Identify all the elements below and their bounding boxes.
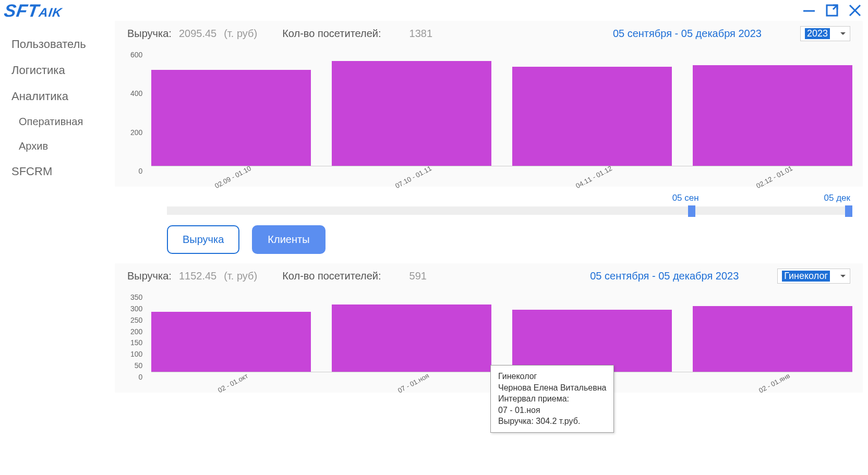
toggle-clients-button[interactable]: Клиенты — [252, 225, 325, 254]
bar[interactable] — [151, 312, 311, 372]
visitors-value: 1381 — [409, 28, 433, 40]
bar[interactable] — [512, 310, 672, 372]
chevron-down-icon — [840, 32, 846, 35]
tooltip-interval-label: Интервал приема: — [498, 393, 606, 405]
y-tick: 250 — [130, 316, 146, 324]
date-range-2: 05 сентября - 05 декабря 2023 — [590, 270, 739, 282]
tooltip-revenue: Выручка: 304.2 т.руб. — [498, 416, 606, 427]
specialty-value: Гинеколог — [782, 271, 830, 282]
chart-2: 350300250200150100500 02 - 01.окт07 - 01… — [115, 289, 863, 393]
range-start-label: 05 сен — [672, 193, 699, 203]
y-tick: 100 — [130, 350, 146, 358]
revenue-value: 2095.45 — [179, 28, 216, 40]
y-tick: 400 — [130, 89, 146, 98]
close-button[interactable] — [846, 2, 864, 19]
y-tick: 200 — [130, 327, 146, 336]
bar-column — [512, 294, 672, 372]
sidebar-item-sfcrm[interactable]: SFCRM — [11, 159, 115, 185]
sidebar-item-analytics[interactable]: Аналитика — [11, 83, 115, 109]
sidebar-item-logistics[interactable]: Логистика — [11, 57, 115, 83]
bar-column — [151, 294, 311, 372]
revenue-label-2: Выручка: — [127, 270, 172, 282]
sidebar-item-archive[interactable]: Архив — [11, 134, 115, 159]
chart-tooltip: Гинеколог Чернова Елена Витальевна Интер… — [490, 365, 614, 433]
toggle-revenue-button[interactable]: Выручка — [167, 225, 239, 254]
bar[interactable] — [693, 306, 852, 372]
year-value: 2023 — [805, 28, 830, 39]
range-handle-start[interactable] — [688, 205, 695, 217]
range-handle-end[interactable] — [845, 205, 852, 217]
panel-filtered: Выручка: 1152.45 (т. руб) Кол-во посетит… — [115, 263, 863, 393]
date-range: 05 сентября - 05 декабря 2023 — [613, 28, 762, 40]
sidebar-item-operational[interactable]: Оперативная — [11, 109, 115, 134]
visitors-label-2: Кол-во посетителей: — [282, 270, 381, 282]
y-tick: 0 — [139, 373, 146, 381]
range-end-label: 05 дек — [824, 193, 850, 203]
panel-overall: Выручка: 2095.45 (т. руб) Кол-во посетит… — [115, 21, 863, 187]
sidebar-item-user[interactable]: Пользователь — [11, 31, 115, 57]
tooltip-doctor: Чернова Елена Витальевна — [498, 382, 606, 394]
tooltip-interval-value: 07 - 01.ноя — [498, 405, 606, 416]
tooltip-specialty: Гинеколог — [498, 371, 606, 382]
revenue-unit: (т. руб) — [224, 28, 257, 40]
y-tick: 200 — [130, 128, 146, 137]
y-tick: 300 — [130, 305, 146, 313]
maximize-button[interactable] — [823, 2, 841, 19]
bar-column — [693, 294, 852, 372]
revenue-label: Выручка: — [127, 28, 172, 40]
chevron-down-icon — [840, 275, 846, 277]
y-tick: 600 — [130, 51, 146, 59]
range-slider[interactable] — [167, 206, 852, 215]
year-select[interactable]: 2023 — [800, 26, 850, 41]
revenue-unit-2: (т. руб) — [224, 270, 257, 282]
bar[interactable] — [332, 305, 491, 372]
revenue-value-2: 1152.45 — [179, 270, 216, 282]
sidebar: Пользователь Логистика Аналитика Операти… — [0, 21, 115, 475]
app-logo: SFTAIK — [3, 1, 64, 21]
visitors-value-2: 591 — [409, 270, 427, 282]
visitors-label: Кол-во посетителей: — [282, 28, 381, 40]
chart-1: 6004002000 02.09 - 01.1007.10 - 01.1104.… — [115, 46, 863, 187]
minimize-button[interactable] — [800, 2, 818, 19]
y-tick: 0 — [139, 167, 146, 175]
y-tick: 150 — [130, 338, 146, 347]
bar-column — [332, 294, 491, 372]
y-tick: 350 — [130, 293, 146, 301]
y-tick: 50 — [135, 361, 146, 370]
specialty-select[interactable]: Гинеколог — [777, 269, 850, 284]
